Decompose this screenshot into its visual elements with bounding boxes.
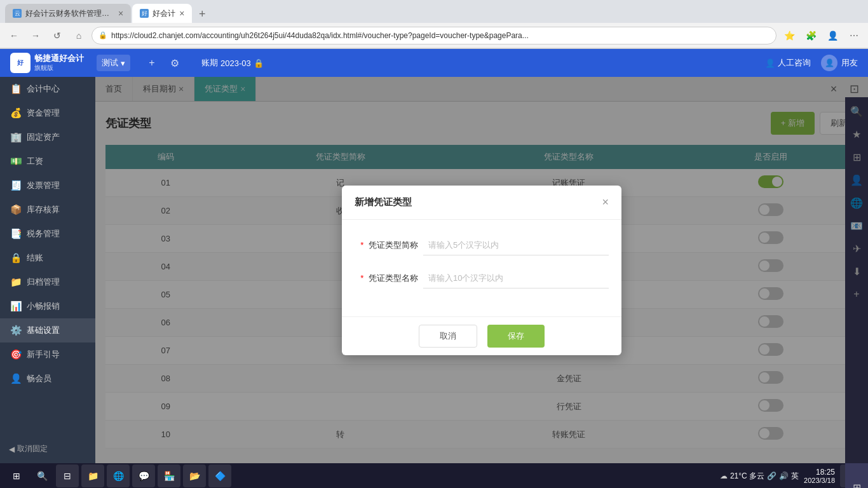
taskbar-search-button[interactable]: 🔍 [31,464,53,487]
taskbar-explorer2[interactable]: 📂 [183,464,206,487]
user-avatar: 👤 [821,55,837,71]
taskbar-file-explorer[interactable]: 📁 [81,464,104,487]
app-topbar: 好 畅捷通好会计 旗舰版 测试 ▾ + ⚙ 账期 2023-03 🔒 👤 人工咨… [0,49,868,77]
unpin-icon: ◀ [9,445,15,454]
dashboard-icon: 📋 [10,83,22,95]
taskbar-wechat[interactable]: 💬 [132,464,155,487]
tax-icon: 📑 [10,228,22,240]
settings-icon: ⚙️ [10,325,22,336]
member-icon: 👤 [10,373,22,384]
consult-label: 人工咨询 [778,57,811,69]
sidebar-item-archive[interactable]: 📁 归档管理 [0,270,95,294]
period-lock-icon: 🔒 [254,58,264,68]
sidebar-bottom: ◀ 取消固定 [0,435,95,463]
modal-overlay: 新增凭证类型 × * 凭证类型简称 * [95,77,868,463]
settings-button[interactable]: ⚙ [166,54,184,72]
home-button[interactable]: ⌂ [70,27,88,44]
taskbar-volume-icon: 🔊 [779,471,789,480]
required-mark-name: * [360,273,363,283]
taskbar-chrome[interactable]: 🌐 [107,464,130,487]
content-area: 首页 科目期初 × 凭证类型 × × ⊡ 凭证类型 [95,77,868,463]
period-info: 账期 2023-03 🔒 [201,57,264,69]
taskbar-weather: ☁ [720,471,728,480]
consult-button[interactable]: 👤 人工咨询 [765,57,811,69]
logo-text: 畅捷通好会计 [34,53,84,64]
refresh-button[interactable]: ↺ [48,27,66,44]
profile-icon[interactable]: 👤 [824,27,841,44]
sidebar-item-inventory[interactable]: 📦 库存核算 [0,198,95,222]
tab1-favicon: 云 [13,9,22,18]
sidebar-item-salary[interactable]: 💵 工资 [0,149,95,173]
sidebar-item-capital[interactable]: 💰 资金管理 [0,101,95,125]
sidebar-item-fixed[interactable]: 🏢 固定资产 [0,125,95,149]
cancel-button[interactable]: 取消 [419,325,477,348]
modal-footer: 取消 保存 [342,316,621,355]
menu-icon[interactable]: ⋯ [845,27,863,44]
url-input[interactable]: 🔒 https://cloud2.chanjet.com/accounting/… [92,27,776,44]
voucher-short-input[interactable] [423,235,609,255]
sidebar-label-member: 畅会员 [27,373,51,384]
modal-header: 新增凭证类型 × [342,186,621,220]
taskbar-multitask[interactable]: ⊟ [56,464,79,487]
taskbar-edge[interactable]: 🔷 [208,464,231,487]
sidebar-item-tax[interactable]: 📑 税务管理 [0,222,95,246]
browser-tab-2[interactable]: 好 好会计 × [132,4,192,23]
url-text: https://cloud2.chanjet.com/accounting/uh… [111,31,529,40]
address-bar: ← → ↺ ⌂ 🔒 https://cloud2.chanjet.com/acc… [0,23,868,48]
logo-sub: 旗舰版 [34,64,84,72]
forward-button[interactable]: → [27,27,44,44]
sidebar-item-guide[interactable]: 🎯 新手引导 [0,342,95,367]
logo-icon: 好 [10,53,31,73]
extensions-icon[interactable]: 🧩 [802,27,820,44]
tab2-close-btn[interactable]: × [179,8,184,18]
tab1-title: 好会计云财务软件管理系统_会计 [25,8,114,19]
modal-body: * 凭证类型简称 * 凭证类型名称 [342,220,621,316]
taskbar-temp: 21°C 多云 [730,471,764,482]
sidebar-item-invoice[interactable]: 🧾 发票管理 [0,173,95,198]
app-container: 好 畅捷通好会计 旗舰版 测试 ▾ + ⚙ 账期 2023-03 🔒 👤 人工咨… [0,49,868,488]
start-button[interactable]: ⊞ [5,464,28,487]
sidebar-item-settings[interactable]: ⚙️ 基础设置 [0,318,95,342]
taskbar-network-icon: 🔗 [767,471,776,480]
sidebar-label-inventory: 库存核算 [27,204,60,215]
sidebar-label-guide: 新手引导 [27,349,60,360]
guide-icon: 🎯 [10,349,22,360]
company-dropdown-icon: ▾ [121,58,125,68]
sidebar-item-dashboard[interactable]: 📋 会计中心 [0,77,95,101]
taskbar-store[interactable]: 🏪 [158,464,180,487]
add-button[interactable]: + [143,54,161,72]
modal-close-button[interactable]: × [602,196,609,209]
sidebar-label-salary: 工资 [27,156,43,167]
save-button[interactable]: 保存 [487,325,545,348]
sidebar: 📋 会计中心 💰 资金管理 🏢 固定资产 💵 工资 🧾 发票管理 📦 库 [0,77,95,463]
user-button[interactable]: 👤 用友 [821,55,858,71]
taskbar-date: 2023/3/18 [804,477,835,484]
sidebar-item-member[interactable]: 👤 畅会员 [0,367,95,391]
taskbar-right: ☁ 21°C 多云 🔗 🔊 英 18:25 2023/3/18 🔔 [720,464,863,487]
sidebar-label-capital: 资金管理 [27,107,60,119]
required-mark-short: * [360,240,363,250]
unpin-button[interactable]: ◀ 取消固定 [5,440,90,458]
sidebar-item-report[interactable]: 📊 小畅报销 [0,294,95,318]
back-button[interactable]: ← [5,27,23,44]
sidebar-item-closing[interactable]: 🔒 结账 [0,246,95,270]
browser-tab-1[interactable]: 云 好会计云财务软件管理系统_会计 × [5,4,131,23]
period-label: 账期 [201,57,218,69]
voucher-name-input[interactable] [423,268,609,288]
sidebar-label-fixed: 固定资产 [27,132,60,143]
closing-icon: 🔒 [10,252,22,264]
capital-icon: 💰 [10,107,22,119]
sidebar-label-dashboard: 会计中心 [27,83,60,95]
invoice-icon: 🧾 [10,180,22,191]
new-tab-button[interactable]: + [193,5,211,23]
modal-title: 新增凭证类型 [355,196,412,208]
favorites-icon[interactable]: ⭐ [780,27,798,44]
sidebar-label-report: 小畅报销 [27,301,60,312]
lock-icon: 🔒 [98,31,107,39]
inventory-icon: 📦 [10,204,22,215]
report-icon: 📊 [10,301,22,312]
tab1-close-btn[interactable]: × [118,8,123,18]
company-selector[interactable]: 测试 ▾ [97,55,130,71]
consult-icon: 👤 [765,58,775,68]
modal-dialog: 新增凭证类型 × * 凭证类型简称 * [342,186,621,355]
